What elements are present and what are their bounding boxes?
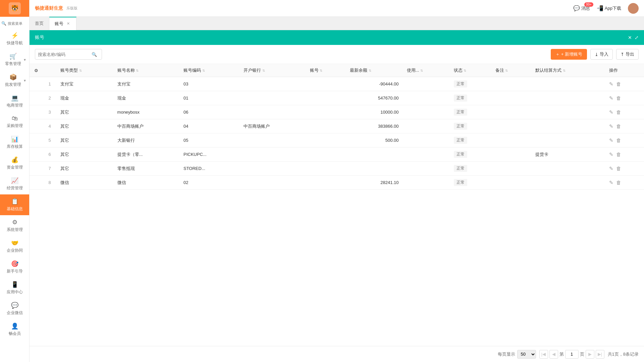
table-row: 8 微信 微信 02 28241.10 正常 ✎ 🗑: [30, 176, 644, 190]
col-bank[interactable]: 开户银行 ⇅: [239, 64, 306, 77]
col-type[interactable]: 账号类型 ⇅: [56, 64, 113, 77]
delete-button[interactable]: 🗑: [616, 166, 621, 172]
sidebar-search-input[interactable]: [8, 21, 28, 25]
sidebar-item-appcenter[interactable]: 📱 应用中心: [0, 278, 29, 298]
message-button[interactable]: 💬 消息 99+: [573, 5, 590, 11]
finance-icon: 💰: [11, 156, 18, 164]
edit-button[interactable]: ✎: [609, 152, 613, 158]
delete-button[interactable]: 🗑: [616, 81, 621, 87]
delete-button[interactable]: 🗑: [616, 180, 621, 186]
delete-button[interactable]: 🗑: [616, 95, 621, 101]
table-row: 7 其它 零售抵现 STORED... 正常 ✎ 🗑: [30, 162, 644, 176]
row-status: 正常: [450, 119, 491, 133]
user-avatar[interactable]: [628, 3, 639, 14]
row-status: 正常: [450, 77, 491, 91]
sidebar-item-quicknav[interactable]: ⚡ 快捷导航: [0, 28, 29, 49]
page-input[interactable]: [565, 350, 579, 359]
sidebar-item-inventory[interactable]: 📊 库存核算: [0, 132, 29, 153]
message-badge: 99+: [584, 2, 593, 7]
export-button[interactable]: ⤒ 导出: [616, 49, 639, 60]
tab-home[interactable]: 首页: [30, 17, 49, 30]
row-actions: ✎ 🗑: [605, 91, 644, 105]
sidebar-item-label: 采购管理: [7, 123, 23, 129]
pager-first-button[interactable]: |◀: [539, 350, 548, 359]
col-num: [43, 64, 56, 77]
col-account[interactable]: 账号 ⇅: [306, 64, 346, 77]
app-download-button[interactable]: 📲 App下载: [597, 5, 621, 11]
sidebar-item-finance[interactable]: 💰 资金管理: [0, 153, 29, 174]
sidebar-item-guide[interactable]: 🎯 新手引导: [0, 257, 29, 278]
pager-next-button[interactable]: ▶: [586, 350, 594, 359]
row-name: 现金: [113, 91, 179, 105]
search-icon[interactable]: 🔍: [92, 52, 97, 57]
tab-account-label: 账号: [55, 21, 63, 27]
row-expand: [30, 162, 43, 176]
tab-close-button[interactable]: ✕: [65, 21, 71, 26]
add-account-button[interactable]: ＋ + 新增账号: [551, 49, 587, 60]
close-section-icon[interactable]: ✕: [628, 35, 632, 40]
row-expand: [30, 176, 43, 190]
row-remark: [491, 119, 531, 133]
retail-icon: 🛒: [9, 53, 17, 60]
edit-button[interactable]: ✎: [609, 166, 613, 172]
row-settlement: [531, 77, 605, 91]
app-name: 畅捷通财生意: [35, 5, 63, 11]
delete-button[interactable]: 🗑: [616, 123, 621, 129]
search-input[interactable]: [38, 52, 92, 57]
sidebar-item-search[interactable]: 🔍: [0, 18, 29, 28]
sidebar-item-wholesale[interactable]: 📦 批发管理 ▼: [0, 70, 29, 91]
edit-button[interactable]: ✎: [609, 137, 613, 143]
sidebar-item-enterprise[interactable]: 🤝 企业协同: [0, 236, 29, 257]
edit-button[interactable]: ✎: [609, 81, 613, 87]
search-box: 🔍: [35, 49, 102, 60]
sidebar-item-system[interactable]: ⚙ 系统管理: [0, 215, 29, 236]
toolbar-left: 🔍: [35, 49, 102, 60]
row-expand: [30, 77, 43, 91]
row-remark: [491, 91, 531, 105]
pager-last-button[interactable]: ▶|: [596, 350, 604, 359]
row-status: 正常: [450, 105, 491, 119]
delete-button[interactable]: 🗑: [616, 152, 621, 158]
sidebar-item-basicinfo[interactable]: 📋 基础信息: [0, 194, 29, 215]
import-button[interactable]: ⤓ 导入: [590, 49, 613, 60]
per-page-dropdown[interactable]: 50 100 200: [517, 350, 536, 359]
row-remark: [491, 147, 531, 162]
col-name[interactable]: 账号名称 ⇅: [113, 64, 179, 77]
tab-home-label: 首页: [35, 20, 44, 26]
expand-section-icon[interactable]: ⤢: [635, 35, 639, 40]
sidebar-item-retail[interactable]: 🛒 零售管理 ▼: [0, 49, 29, 70]
col-status[interactable]: 状态 ⇅: [450, 64, 491, 77]
sidebar-item-wechat[interactable]: 💬 企业微信: [0, 298, 29, 319]
row-balance: 547670.00: [346, 91, 403, 105]
delete-button[interactable]: 🗑: [616, 137, 621, 143]
row-status: 正常: [450, 176, 491, 190]
edit-button[interactable]: ✎: [609, 123, 613, 129]
row-usage: [403, 133, 450, 147]
row-settlement: [531, 133, 605, 147]
sidebar-item-purchase[interactable]: 🛍 采购管理: [0, 112, 29, 132]
col-settlement[interactable]: 默认结算方式 ⇅: [531, 64, 605, 77]
pager-prev-button[interactable]: ◀: [549, 350, 558, 359]
row-status: 正常: [450, 147, 491, 162]
sidebar-item-label: 畅会员: [9, 331, 21, 337]
sidebar-item-member[interactable]: 👤 畅会员: [0, 319, 29, 340]
download-icon: 📲: [597, 5, 603, 11]
sidebar-item-ecommerce[interactable]: 💻 电商管理: [0, 91, 29, 112]
sidebar-item-operations[interactable]: 📈 经营管理: [0, 174, 29, 194]
col-balance[interactable]: 最新余额 ⇅: [346, 64, 403, 77]
col-code[interactable]: 账号编码 ⇅: [179, 64, 239, 77]
delete-button[interactable]: 🗑: [616, 109, 621, 115]
col-remark[interactable]: 备注 ⇅: [491, 64, 531, 77]
row-bank: [239, 105, 306, 119]
edit-button[interactable]: ✎: [609, 109, 613, 115]
table-row: 2 现金 现金 01 547670.00 正常 ✎ 🗑: [30, 91, 644, 105]
col-settings[interactable]: ⚙: [30, 64, 43, 77]
col-usage[interactable]: 使用... ⇅: [403, 64, 450, 77]
row-remark: [491, 176, 531, 190]
edit-button[interactable]: ✎: [609, 180, 613, 186]
row-bank: 中百商场账户: [239, 119, 306, 133]
edit-button[interactable]: ✎: [609, 95, 613, 101]
tab-account[interactable]: 账号 ✕: [49, 17, 76, 30]
row-number: 1: [43, 77, 56, 91]
row-code: 06: [179, 105, 239, 119]
